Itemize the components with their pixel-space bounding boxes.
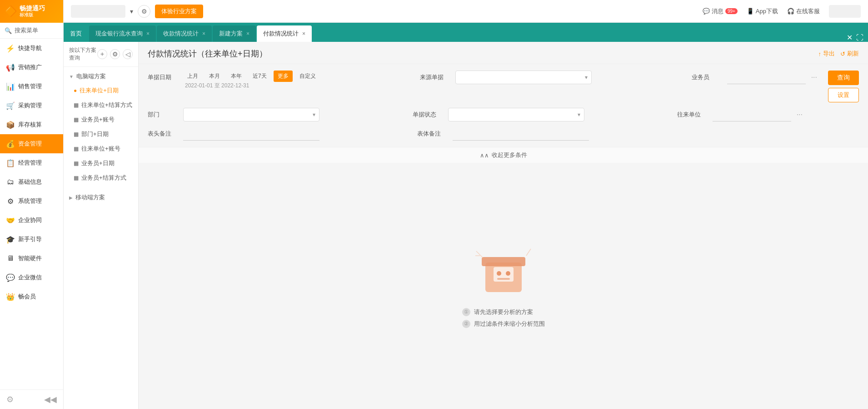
search-icon: 🔍 [5,27,12,34]
tab-close-collection[interactable]: × [202,30,205,37]
scheme-item-0-0[interactable]: ● 往来单位+日期 [64,83,138,98]
trial-btn[interactable]: 体验行业方案 [155,5,203,18]
data-empty-area: ① 请先选择要分析的方案 ② 用过滤条件来缩小分析范围 [139,163,868,409]
system-icon: ⚙ [6,197,15,205]
message-label: 消息 [712,7,723,15]
page-header: 付款情况统计（往来单位+日期） ↑ 导出 ↺ 刷新 [139,42,868,64]
scheme-item-label-0-0: 往来单位+日期 [80,86,119,95]
sidebar-item-quick-nav[interactable]: ⚡ 快捷导航 [0,39,63,58]
sidebar-item-weixin[interactable]: 💬 企业微信 [0,268,63,287]
sidebar-item-fund[interactable]: 💰 资金管理 [0,134,63,153]
tab-close-payment[interactable]: × [302,30,305,37]
source-label: 来源单据 [420,73,452,81]
tab-cash-flow[interactable]: 现金银行流水查询× [89,25,156,42]
smart-label: 智能硬件 [18,254,42,263]
filter-settings-btn[interactable]: 设置 [828,88,859,102]
add-scheme-btn[interactable]: ＋ [97,49,107,59]
scheme-group-header-1[interactable]: ▶ 移动端方案 [64,191,138,204]
tab-close-new-scheme[interactable]: × [246,30,249,37]
app-download-label: App下载 [756,7,778,15]
empty-text-container: ① 请先选择要分析的方案 ② 用过滤条件来缩小分析范围 [462,308,545,328]
collapse-more-btn[interactable]: ∧∧ 收起更多条件 [139,147,868,163]
sidebar-item-smart[interactable]: 🖥 智能硬件 [0,249,63,268]
tab-home[interactable]: 首页 [64,25,88,42]
sidebar-search-container[interactable]: 🔍 搜索菜单 [0,23,63,39]
tab-payment[interactable]: 付款情况统计× [257,25,312,42]
sidebar-item-coop[interactable]: 🤝 企业协同 [0,211,63,230]
agent-dots-btn[interactable]: ··· [809,73,819,81]
query-btn[interactable]: 查询 [828,71,859,85]
smart-icon: 🖥 [6,254,15,263]
date-tab-more[interactable]: 更多 [274,71,293,82]
scheme-item-icon-0-3: ▦ [74,131,79,137]
settings-icon[interactable]: ⚙ [6,394,14,404]
sidebar-item-system[interactable]: ⚙ 系统管理 [0,192,63,211]
scheme-item-0-5[interactable]: ▦ 业务员+日期 [64,156,138,171]
doc-status-select[interactable]: ▾ [448,108,584,121]
sidebar-item-operation[interactable]: 📋 经营管理 [0,153,63,172]
date-tab-custom[interactable]: 自定义 [295,71,320,82]
scheme-item-0-1[interactable]: ▦ 往来单位+结算方式 [64,98,138,112]
tab-new-scheme[interactable]: 新建方案× [213,25,256,42]
scheme-group-label-1: 移动端方案 [75,193,105,202]
scheme-settings-btn[interactable]: ⚙ [110,49,120,59]
scheme-item-0-3[interactable]: ▦ 部门+日期 [64,127,138,141]
tab-close-cash-flow[interactable]: × [146,30,150,37]
sidebar-item-purchase[interactable]: 🛒 采购管理 [0,96,63,115]
logo-badge: 标准版 [20,12,45,18]
svg-point-4 [506,271,510,276]
sidebar: 🔶 畅捷通巧 标准版 🔍 搜索菜单 ⚡ 快捷导航 📢 营销推广 📊 销售管理 🛒… [0,0,64,409]
dropdown-arrow[interactable]: ▾ [130,8,133,15]
message-btn[interactable]: 💬 消息 99+ [703,7,738,15]
topbar: ▾ ⚙ 体验行业方案 💬 消息 99+ 📱 App下载 🎧 在线客服 [64,0,868,23]
app-download-btn[interactable]: 📱 App下载 [747,7,778,15]
scheme-sidebar: 按以下方案查询 ＋ ⚙ ◁ ▼ 电脑端方案 ● 往来单位+日期 ▦ 往来单位+结… [64,42,139,409]
scheme-group-label-0: 电脑端方案 [76,72,106,81]
scheme-item-0-6[interactable]: ▦ 业务员+结算方式 [64,171,138,185]
sidebar-item-basic-info[interactable]: 🗂 基础信息 [0,172,63,192]
tabs-container: 首页现金银行流水查询×收款情况统计×新建方案×付款情况统计× [64,23,313,42]
main-area: ▾ ⚙ 体验行业方案 💬 消息 99+ 📱 App下载 🎧 在线客服 首页现金银… [64,0,868,409]
close-all-icon[interactable]: ✕ [847,33,853,42]
date-tabs: 上月 本月 本年 近7天 更多 自定义 [183,71,411,82]
scheme-group-header-0[interactable]: ▼ 电脑端方案 [64,70,138,83]
export-btn[interactable]: ↑ 导出 [818,50,835,58]
scheme-collapse-btn[interactable]: ◁ [123,49,133,59]
dept-select[interactable]: ▾ [183,108,319,121]
sidebar-item-inventory[interactable]: 📦 库存核算 [0,115,63,134]
date-tab-this-year[interactable]: 本年 [227,71,246,82]
sidebar-item-sales[interactable]: 📊 销售管理 [0,77,63,96]
collapse-sidebar-icon[interactable]: ◀◀ [44,394,57,404]
dept-label: 部门 [148,111,180,119]
date-tab-7days[interactable]: 近7天 [249,71,271,82]
partner-dots-btn[interactable]: ··· [795,111,804,119]
date-tab-last-month[interactable]: 上月 [183,71,202,82]
tab-bar: 首页现金银行流水查询×收款情况统计×新建方案×付款情况统计× ✕ ⛶ [64,23,868,42]
sidebar-item-vip[interactable]: 👑 畅会员 [0,287,63,306]
refresh-icon: ↺ [840,50,845,57]
scheme-item-0-2[interactable]: ▦ 业务员+账号 [64,112,138,127]
doc-status-arrow: ▾ [578,111,580,118]
refresh-btn[interactable]: ↺ 刷新 [840,50,859,58]
source-select[interactable]: ▾ [455,71,592,84]
scheme-item-icon-0-5: ▦ [74,160,79,167]
purchase-icon: 🛒 [6,101,15,110]
expand-icon[interactable]: ⛶ [856,34,863,42]
scheme-item-0-4[interactable]: ▦ 往来单位+账号 [64,141,138,156]
tab-collection[interactable]: 收款情况统计× [157,25,212,42]
collapse-up-icon: ∧∧ [480,152,489,159]
sidebar-item-guide[interactable]: 🎓 新手引导 [0,230,63,249]
sidebar-item-marketing[interactable]: 📢 营销推广 [0,58,63,77]
online-service-label: 在线客服 [796,7,820,15]
date-tab-this-month[interactable]: 本月 [205,71,224,82]
scheme-header: 按以下方案查询 ＋ ⚙ ◁ [64,42,138,67]
online-service-btn[interactable]: 🎧 在线客服 [787,7,820,15]
hint-num-1: ① [462,308,470,316]
search-label: 搜索菜单 [15,26,38,35]
tab-label-payment: 付款情况统计 [263,30,299,38]
message-icon: 💬 [703,8,710,15]
export-label: 导出 [823,50,835,58]
user-avatar[interactable] [829,5,861,18]
topbar-settings-btn[interactable]: ⚙ [138,5,150,18]
weixin-icon: 💬 [6,273,15,282]
